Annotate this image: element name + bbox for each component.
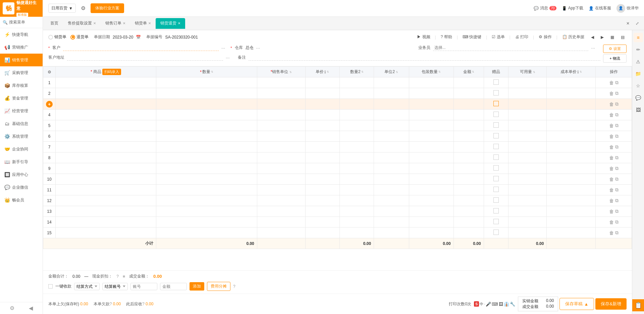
toolbar-print[interactable]: 🖨 打印 [513,34,530,41]
del14[interactable]: 🗑 [609,219,614,225]
q24[interactable] [340,110,374,120]
up13[interactable] [305,206,340,217]
gift-checkbox-1[interactable] [493,79,499,85]
g7[interactable] [484,142,508,152]
online-service-item[interactable]: 👤 在线客服 [589,5,611,11]
a10[interactable] [453,174,484,185]
del10[interactable]: 🗑 [609,177,614,182]
gc8[interactable] [493,154,499,160]
gc9[interactable] [493,165,499,171]
tab-sales-delivery-close[interactable]: ✕ [148,21,151,25]
q215[interactable] [340,228,374,238]
pq7[interactable] [409,142,453,152]
av6[interactable] [508,131,547,142]
u214[interactable] [374,217,409,228]
sort-icon7[interactable]: ⇅ [472,70,474,73]
message-icon-item[interactable]: 💬 消息 70 [534,5,556,11]
a5[interactable] [453,120,484,131]
gift-cell-1[interactable] [484,77,508,88]
su8[interactable] [257,152,305,163]
av15[interactable] [508,228,547,238]
pq14[interactable] [409,217,453,228]
g14[interactable] [484,217,508,228]
g6[interactable] [484,131,508,142]
logistics-side-button[interactable]: + 物流 [603,54,627,63]
cpy11[interactable]: ⧉ [615,187,619,193]
delete-icon-2[interactable]: 🗑 [609,91,614,96]
a11[interactable] [453,185,484,195]
add-row-button[interactable]: + [46,101,53,108]
sidebar-item-basic[interactable]: 🗂 基础信息 [0,117,43,130]
th-settings[interactable]: ⚙ [43,67,56,77]
pkg-qty-cell-1[interactable] [409,77,453,88]
q26[interactable] [340,131,374,142]
u210[interactable] [374,174,409,185]
experience-button[interactable]: 体验行业方案 [91,3,124,13]
qty2-cell-3[interactable] [340,99,374,110]
p6[interactable] [56,131,156,142]
cp10[interactable] [547,174,596,185]
qty2-cell-1[interactable] [340,77,374,88]
sidebar-item-shortcut[interactable]: ⚡ 快捷导航 [0,28,43,41]
su11[interactable] [257,185,305,195]
q7[interactable] [156,142,257,152]
p10[interactable] [56,174,156,185]
g4[interactable] [484,110,508,120]
sidebar-item-wechat[interactable]: 💬 企业微信 [0,181,43,194]
gc14[interactable] [493,219,499,224]
salesperson-dots-icon[interactable]: ··· [591,45,595,51]
u24[interactable] [374,110,409,120]
gc6[interactable] [493,133,499,138]
tab-sales-order-close[interactable]: ✕ [123,21,125,25]
close-all-tabs-icon[interactable]: ✕ [624,19,632,27]
sidebar-item-purchase[interactable]: 🛒 采购管理 [0,66,43,79]
u28[interactable] [374,152,409,163]
p15[interactable] [56,228,156,238]
delete-icon-3[interactable]: 🗑 [609,102,614,107]
right-panel-icon-star[interactable]: ☆ [634,81,643,90]
a9[interactable] [453,163,484,174]
right-panel-icon-comment[interactable]: 💬 [634,93,643,103]
del11[interactable]: 🗑 [609,187,614,193]
toolbar-next[interactable]: ▶ [599,34,606,40]
p11[interactable] [56,185,156,195]
ime-icon4[interactable]: 👔 [504,302,509,307]
toolbar-help[interactable]: ? 帮助 [439,34,454,41]
up5[interactable] [305,120,340,131]
cp14[interactable] [547,217,596,228]
q15[interactable] [156,228,257,238]
scan-input-button[interactable]: 扫码录入 [102,69,121,75]
toolbar-video[interactable]: ▶ 视频 [415,34,432,41]
q9[interactable] [156,163,257,174]
del5[interactable]: 🗑 [609,123,614,128]
sidebar-item-system[interactable]: ⚙️ 系统管理 [0,130,43,143]
q4[interactable] [156,110,257,120]
sidebar-search[interactable]: 🔍 搜索菜单 [0,17,43,28]
sidebar-item-finance[interactable]: 💰 资金管理 [0,92,43,105]
gc5[interactable] [493,122,499,128]
cp4[interactable] [547,110,596,120]
cp12[interactable] [547,195,596,206]
q27[interactable] [340,142,374,152]
su9[interactable] [257,163,305,174]
av4[interactable] [508,110,547,120]
a6[interactable] [453,131,484,142]
su13[interactable] [257,206,305,217]
sort-icon9[interactable]: ⇅ [580,70,582,73]
toolbar-operate[interactable]: ⚙ 操作 [537,34,553,41]
cost-price-cell-1[interactable] [547,77,596,88]
av12[interactable] [508,195,547,206]
sales-unit-cell-2[interactable] [257,88,305,99]
q11[interactable] [156,185,257,195]
sidebar-item-marketing[interactable]: 📢 营销推广 [0,41,43,54]
unit2-cell-3[interactable] [374,99,409,110]
tab-price-settings-close[interactable]: ✕ [93,21,96,25]
amount-cell-1[interactable] [453,77,484,88]
calendar-icon[interactable]: 📅 [136,35,141,40]
toolbar-grid2[interactable]: ▤ [619,34,627,40]
industry-select[interactable]: 日用百货 ▼ [48,4,76,13]
a4[interactable] [453,110,484,120]
right-panel-orange-button[interactable]: 📋 [632,299,644,311]
ime-icon3[interactable]: 🖼 [499,302,503,307]
q210[interactable] [340,174,374,185]
